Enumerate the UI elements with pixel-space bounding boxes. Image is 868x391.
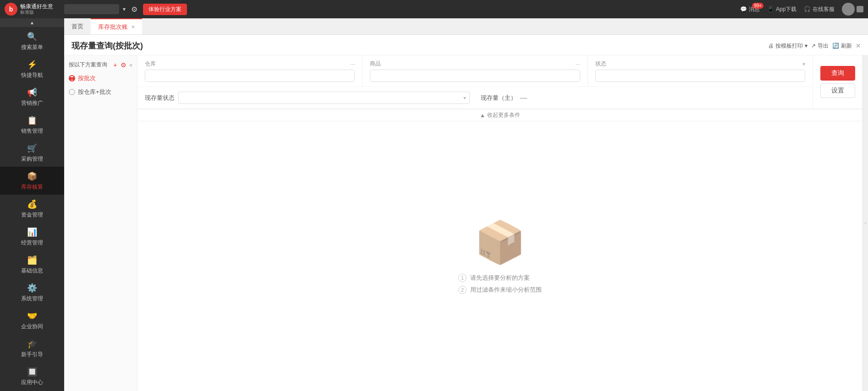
sidebar-label-operation: 经营管理 <box>21 239 43 247</box>
online-service-btn[interactable]: 🎧 在线客服 <box>804 5 835 13</box>
operation-icon: 📊 <box>27 227 37 237</box>
tab-home[interactable]: 首页 <box>64 18 91 34</box>
topbar: b 畅康通好生意 标准版 ▾ ⚙ 体验行业方案 💬 消息 99+ 📱 App下载… <box>0 0 868 18</box>
sidebar-item-sales[interactable]: 📋 销售管理 <box>0 111 64 139</box>
sidebar-item-inventory[interactable]: 📦 库存核算 <box>0 167 64 195</box>
company-name: 畅康通好生意 <box>20 3 53 10</box>
sidebar-item-system[interactable]: ⚙️ 系统管理 <box>0 278 64 306</box>
sidebar-label-basic: 基础信息 <box>21 267 43 275</box>
experience-btn[interactable]: 体验行业方案 <box>143 4 187 15</box>
collapse-row: ▲ 收起更多条件 <box>137 109 863 121</box>
finance-icon: 💰 <box>27 199 37 209</box>
sidebar-label-system: 系统管理 <box>21 295 43 303</box>
query-option-by-warehouse-batch[interactable]: 按仓库+批次 <box>64 85 137 99</box>
collapse-more-btn[interactable]: ▲ 收起更多条件 <box>480 111 520 119</box>
page-header-actions: 🖨 按模板打印 ▾ ↗ 导出 🔄 刷新 × <box>768 41 861 51</box>
sidebar-item-finance[interactable]: 💰 资金管理 <box>0 195 64 223</box>
status-input-wrapper[interactable] <box>595 70 805 82</box>
sidebar-scroll-up[interactable]: ▲ <box>0 18 64 27</box>
sidebar-label-finance: 资金管理 <box>21 211 43 219</box>
product-input[interactable] <box>370 70 579 81</box>
sidebar-label-purchase: 采购管理 <box>21 155 43 163</box>
sidebar-label-inventory: 库存核算 <box>21 183 43 191</box>
topbar-search-input[interactable] <box>64 4 119 14</box>
sidebar-label-collab: 企业协同 <box>21 323 43 331</box>
radio-by-warehouse-batch <box>69 89 75 95</box>
sidebar-item-apps[interactable]: 🔲 应用中心 <box>0 362 64 390</box>
sidebar-item-search[interactable]: 🔍 搜索菜单 <box>0 27 64 55</box>
phone-icon: 📱 <box>767 6 774 12</box>
company-info: 畅康通好生意 标准版 <box>20 3 53 15</box>
warehouse-more-btn[interactable]: ··· <box>350 61 355 67</box>
user-avatar-area[interactable]: Rit <box>842 3 863 16</box>
filter-panel-inner: 仓库 ··· <box>137 55 863 121</box>
status-dropdown-icon: ▾ <box>802 61 805 67</box>
warehouse-input[interactable] <box>145 70 354 81</box>
product-more-btn[interactable]: ··· <box>576 61 580 67</box>
inventory-status-select[interactable] <box>178 92 470 104</box>
print-icon: 🖨 <box>768 43 774 49</box>
query-option-by-batch[interactable]: 按批次 <box>64 71 137 85</box>
print-btn[interactable]: 🖨 按模板打印 ▾ <box>768 42 808 50</box>
query-sidebar-header: 按以下方案查询 + ⚙ « <box>64 59 137 71</box>
warehouse-input-wrapper[interactable] <box>145 70 355 82</box>
sidebar-item-purchase[interactable]: 🛒 采购管理 <box>0 139 64 167</box>
sidebar-item-guide[interactable]: 🎓 新手引导 <box>0 334 64 362</box>
sidebar: ▲ 🔍 搜索菜单 ⚡ 快捷导航 📢 营销推广 📋 销售管理 🛒 采购管理 📦 库… <box>0 18 64 391</box>
sidebar-item-operation[interactable]: 📊 经营管理 <box>0 223 64 250</box>
empty-step-2: 2 用过滤条件来缩小分析范围 <box>458 286 542 294</box>
marketing-icon: 📢 <box>27 87 37 98</box>
print-dropdown-icon: ▾ <box>805 43 808 49</box>
messages-badge: 99+ <box>752 3 764 9</box>
quantity-label: 现存量（主） <box>481 94 516 102</box>
radio-by-batch <box>69 75 75 81</box>
query-btn[interactable]: 查询 <box>820 66 855 81</box>
inventory-icon: 📦 <box>27 171 37 181</box>
close-panel-btn[interactable]: × <box>856 41 861 51</box>
sidebar-item-collab[interactable]: 🤝 企业协同 <box>0 306 64 334</box>
sidebar-label-apps: 应用中心 <box>21 379 43 386</box>
sidebar-item-quicknav[interactable]: ⚡ 快捷导航 <box>0 55 64 83</box>
scheme-collapse-btn[interactable]: « <box>129 61 132 69</box>
sidebar-item-basic[interactable]: 🗂️ 基础信息 <box>0 250 64 278</box>
chevron-up-icon: ▲ <box>480 112 485 119</box>
status-input[interactable] <box>596 70 805 81</box>
query-sidebar-title: 按以下方案查询 <box>69 61 107 69</box>
main-layout: ▲ 🔍 搜索菜单 ⚡ 快捷导航 📢 营销推广 📋 销售管理 🛒 采购管理 📦 库… <box>0 18 868 391</box>
empty-step-1: 1 请先选择要分析的方案 <box>458 274 542 282</box>
panel-toggle-icon: › <box>865 221 866 226</box>
guide-icon: 🎓 <box>27 339 37 349</box>
sidebar-item-marketing[interactable]: 📢 营销推广 <box>0 83 64 111</box>
step-1-text: 请先选择要分析的方案 <box>470 274 530 282</box>
settings-btn[interactable]: 设置 <box>820 83 855 98</box>
page-title: 现存量查询(按批次) <box>71 40 143 51</box>
topbar-gear-btn[interactable]: ⚙ <box>129 5 139 14</box>
refresh-btn[interactable]: 🔄 刷新 <box>832 42 852 50</box>
message-icon: 💬 <box>740 6 747 12</box>
query-option-by-warehouse-batch-label: 按仓库+批次 <box>78 88 111 96</box>
warehouse-label: 仓库 <box>145 60 156 68</box>
filter-panel: 仓库 ··· <box>137 55 863 121</box>
product-input-wrapper[interactable] <box>370 70 580 82</box>
empty-steps: 1 请先选择要分析的方案 2 用过滤条件来缩小分析范围 <box>458 274 542 294</box>
export-btn[interactable]: ↗ 导出 <box>811 42 829 50</box>
scheme-settings-btn[interactable]: ⚙ <box>120 61 127 69</box>
collab-icon: 🤝 <box>27 311 37 321</box>
tab-close-icon[interactable]: × <box>132 24 135 30</box>
product-label: 商品 <box>370 60 381 68</box>
empty-state: 📦 1 请先选择要分析的方案 2 用过滤条件来缩小分析范围 <box>137 121 863 391</box>
avatar <box>842 3 855 16</box>
tab-home-label: 首页 <box>71 22 83 31</box>
right-panel-toggle[interactable]: › <box>863 55 868 391</box>
sidebar-label-search: 搜索菜单 <box>21 43 43 51</box>
status-label: 状态 <box>595 60 606 68</box>
tab-inventory-batch[interactable]: 库存批次账 × <box>91 18 142 34</box>
sidebar-label-sales: 销售管理 <box>21 127 43 135</box>
topbar-right: 💬 消息 99+ 📱 App下载 🎧 在线客服 Rit <box>740 3 863 16</box>
messages-btn[interactable]: 💬 消息 99+ <box>740 5 760 13</box>
add-scheme-btn[interactable]: + <box>112 61 118 69</box>
topbar-dropdown-btn[interactable]: ▾ <box>123 6 126 12</box>
page-content: 现存量查询(按批次) 🖨 按模板打印 ▾ ↗ 导出 🔄 刷新 <box>64 35 868 391</box>
system-icon: ⚙️ <box>27 283 37 293</box>
app-download-btn[interactable]: 📱 App下载 <box>767 5 797 13</box>
